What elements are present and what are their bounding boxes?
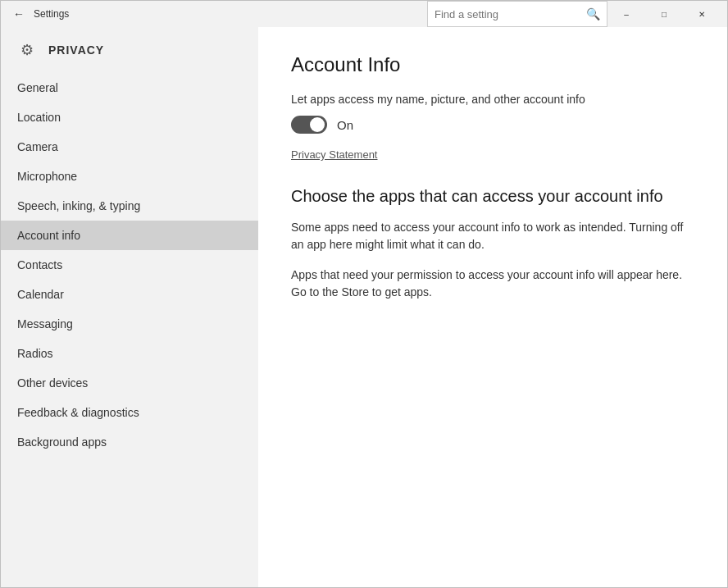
content-area: Account Info Let apps access my name, pi… [258, 27, 727, 587]
close-button[interactable]: ✕ [683, 1, 721, 27]
toggle-row: On [291, 116, 694, 134]
titlebar: ← Settings 🔍 – □ ✕ [1, 1, 727, 27]
sidebar-item-camera[interactable]: Camera [1, 132, 258, 162]
sidebar-item-location[interactable]: Location [1, 103, 258, 132]
privacy-link[interactable]: Privacy Statement [291, 148, 378, 161]
sidebar-item-messaging[interactable]: Messaging [1, 309, 258, 339]
sidebar-item-contacts[interactable]: Contacts [1, 250, 258, 280]
sidebar-item-account-info[interactable]: Account info [1, 221, 258, 250]
sidebar-item-other-devices[interactable]: Other devices [1, 368, 258, 398]
account-info-toggle[interactable] [291, 116, 327, 134]
sidebar-item-microphone[interactable]: Microphone [1, 162, 258, 191]
sidebar-item-radios[interactable]: Radios [1, 339, 258, 368]
section-title: Choose the apps that can access your acc… [291, 187, 694, 206]
maximize-button[interactable]: □ [645, 1, 683, 27]
sidebar-nav: GeneralLocationCameraMicrophoneSpeech, i… [1, 73, 258, 587]
search-input[interactable] [435, 8, 581, 21]
sidebar-item-general[interactable]: General [1, 73, 258, 103]
toggle-knob [310, 117, 325, 132]
page-title: Account Info [291, 53, 694, 76]
section-desc-2: Apps that need your permission to access… [291, 267, 694, 301]
sidebar-item-calendar[interactable]: Calendar [1, 280, 258, 309]
sidebar-item-feedback[interactable]: Feedback & diagnostics [1, 398, 258, 427]
sidebar-header: ⚙ PRIVACY [1, 27, 258, 73]
app-container: ⚙ PRIVACY GeneralLocationCameraMicrophon… [1, 27, 727, 587]
window-controls: – □ ✕ [607, 1, 721, 27]
sidebar-item-background-apps[interactable]: Background apps [1, 427, 258, 457]
privacy-icon: ⚙ [17, 40, 37, 60]
section-desc-1: Some apps need to access your account in… [291, 219, 694, 253]
search-bar: 🔍 [427, 1, 607, 27]
minimize-button[interactable]: – [607, 1, 645, 27]
toggle-description: Let apps access my name, picture, and ot… [291, 93, 694, 106]
back-button[interactable]: ← [7, 2, 30, 25]
search-icon: 🔍 [586, 7, 600, 21]
toggle-state-label: On [337, 118, 353, 132]
sidebar-item-speech[interactable]: Speech, inking, & typing [1, 191, 258, 221]
titlebar-title: Settings [34, 8, 427, 20]
sidebar-title: PRIVACY [48, 43, 104, 57]
sidebar: ⚙ PRIVACY GeneralLocationCameraMicrophon… [1, 27, 258, 587]
